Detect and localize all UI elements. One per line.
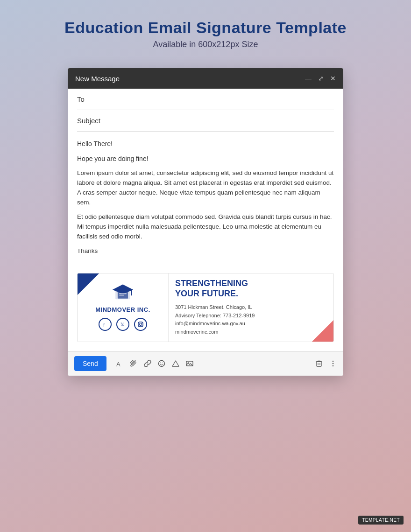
- template-badge: TEMPLATE.NET: [358, 516, 404, 525]
- link-icon[interactable]: [144, 360, 151, 367]
- email-window: New Message — ⤢ ✕ To Subject Hello There…: [68, 68, 343, 376]
- font-icon[interactable]: A: [116, 360, 123, 367]
- sig-tagline: STRENGTHENING YOUR FUTURE.: [175, 279, 327, 299]
- svg-point-22: [333, 361, 334, 362]
- to-field-row: To: [77, 89, 334, 110]
- svg-rect-3: [119, 294, 127, 294]
- corner-triangle-decoration: [78, 273, 99, 295]
- sig-address: 3071 Hickman Street. Chicago, IL: [175, 303, 327, 312]
- window-title: New Message: [75, 75, 120, 83]
- svg-point-14: [162, 363, 163, 364]
- company-logo-icon: [112, 284, 134, 303]
- signature-card: MINDMOVER INC. f 𝕏: [77, 273, 334, 342]
- svg-point-24: [333, 365, 334, 367]
- sig-phone: Advisory Telephone: 773-212-9919: [175, 312, 327, 320]
- svg-text:f: f: [103, 322, 105, 327]
- email-toolbar: Send A: [68, 351, 343, 376]
- image-icon[interactable]: [186, 360, 193, 367]
- email-para2: Et odio pellentesque diam volutpat commo…: [77, 212, 334, 242]
- instagram-icon[interactable]: [134, 318, 147, 331]
- svg-point-10: [142, 323, 142, 324]
- svg-point-23: [333, 363, 334, 364]
- window-controls: — ⤢ ✕: [305, 75, 336, 82]
- drive-icon[interactable]: [172, 360, 179, 367]
- subject-input[interactable]: [110, 117, 334, 125]
- more-options-icon[interactable]: [329, 360, 337, 367]
- page-subtitle: Available in 600x212px Size: [153, 40, 258, 49]
- email-thanks: Thanks: [77, 246, 334, 256]
- close-icon[interactable]: ✕: [330, 75, 336, 82]
- sig-website: mindmoverinc.com: [175, 328, 327, 336]
- email-body: Hello There! Hope you are doing fine! Lo…: [68, 132, 343, 268]
- svg-point-13: [160, 363, 161, 364]
- svg-text:A: A: [116, 361, 120, 367]
- sig-left-panel: MINDMOVER INC. f 𝕏: [78, 273, 169, 342]
- email-line2: Hope you are doing fine!: [77, 154, 334, 164]
- svg-point-9: [140, 323, 142, 326]
- svg-rect-18: [317, 362, 321, 366]
- email-para1: Lorem ipsum dolor sit amet, consectetur …: [77, 168, 334, 208]
- svg-rect-8: [138, 322, 143, 327]
- maximize-icon[interactable]: ⤢: [318, 75, 324, 82]
- window-titlebar: New Message — ⤢ ✕: [68, 68, 343, 89]
- subject-field-row: Subject: [77, 110, 334, 132]
- email-greeting: Hello There!: [77, 139, 334, 149]
- page-title: Education Email Signature Template: [64, 19, 347, 37]
- company-name: MINDMOVER INC.: [95, 306, 150, 313]
- svg-point-12: [158, 361, 164, 367]
- subject-label: Subject: [77, 117, 110, 125]
- facebook-icon[interactable]: f: [99, 318, 112, 331]
- svg-text:𝕏: 𝕏: [120, 322, 124, 327]
- toolbar-right-icons: [315, 360, 337, 367]
- sig-right-panel: STRENGTHENING YOUR FUTURE. 3071 Hickman …: [169, 273, 333, 342]
- emoji-icon[interactable]: [158, 360, 165, 367]
- sig-contact-info: 3071 Hickman Street. Chicago, IL Advisor…: [175, 303, 327, 336]
- minimize-icon[interactable]: —: [305, 75, 312, 82]
- svg-marker-15: [172, 361, 179, 366]
- svg-rect-5: [131, 290, 132, 296]
- sig-email: info@mindmoverinc.wa.gov.au: [175, 320, 327, 328]
- svg-rect-4: [119, 295, 124, 296]
- twitter-icon[interactable]: 𝕏: [116, 318, 129, 331]
- attachment-icon[interactable]: [130, 360, 137, 367]
- email-fields: To Subject: [68, 89, 343, 132]
- to-input[interactable]: [110, 95, 334, 103]
- corner-bottom-right-decoration: [312, 320, 333, 342]
- send-button[interactable]: Send: [74, 356, 106, 371]
- to-label: To: [77, 95, 110, 103]
- social-icons: f 𝕏: [99, 318, 147, 331]
- trash-icon[interactable]: [315, 360, 323, 367]
